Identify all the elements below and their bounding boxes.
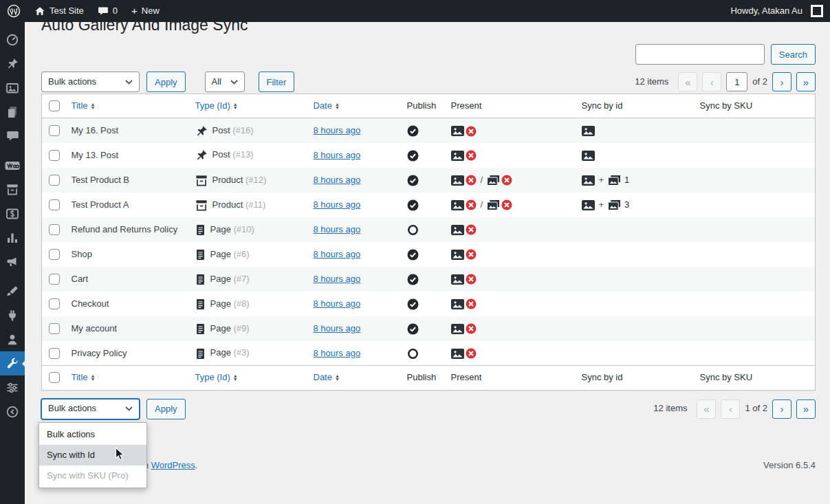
row-type: Page (#9) — [188, 316, 307, 341]
column-header-date[interactable]: Date▲▼ — [314, 371, 340, 384]
site-name-menu[interactable]: Test Site — [28, 0, 91, 22]
sidebar-item-comments[interactable] — [0, 124, 25, 148]
search-button[interactable]: Search — [771, 44, 816, 65]
row-checkbox[interactable] — [49, 224, 60, 235]
sidebar-item-posts[interactable] — [0, 52, 25, 76]
search-input[interactable] — [635, 44, 765, 65]
admin-sidebar — [0, 22, 25, 504]
row-checkbox[interactable] — [49, 323, 60, 334]
column-header-title[interactable]: Title▲▼ — [72, 100, 96, 112]
wordpress-logo-menu[interactable] — [0, 0, 28, 22]
post-icon — [195, 149, 208, 162]
sidebar-item-plugins[interactable] — [0, 303, 25, 327]
date-link[interactable]: 8 hours ago — [314, 274, 361, 284]
select-all-checkbox[interactable] — [49, 372, 60, 383]
sidebar-item-tools[interactable] — [0, 351, 25, 375]
misc-plugin-icon — [6, 405, 19, 419]
sort-arrows-icon: ▲▼ — [233, 102, 238, 110]
sidebar-item-marketing[interactable] — [0, 250, 25, 274]
filter-button[interactable]: Filter — [259, 72, 295, 92]
dropdown-option[interactable]: Bulk actions — [39, 424, 146, 445]
row-checkbox[interactable] — [49, 175, 60, 186]
table-row: Test Product BProduct (#12)8 hours ago/+… — [42, 168, 816, 193]
row-checkbox[interactable] — [49, 125, 60, 136]
sync-image-icon[interactable] — [582, 174, 595, 186]
table-row: CheckoutPage (#8)8 hours ago — [42, 292, 816, 316]
sort-arrows-icon: ▲▼ — [91, 374, 96, 382]
column-header-type[interactable]: Type (Id)▲▼ — [195, 100, 238, 112]
select-all-checkbox[interactable] — [49, 100, 60, 111]
first-page-button: « — [678, 72, 697, 91]
page-icon — [195, 347, 206, 360]
sync-image-icon[interactable] — [582, 199, 595, 211]
row-sync-by-sku — [693, 341, 816, 366]
row-sync-by-id — [575, 118, 693, 143]
current-page-input[interactable] — [726, 72, 747, 91]
comments-count: 0 — [113, 5, 118, 17]
next-page-button[interactable]: › — [772, 399, 791, 419]
filter-type-select[interactable]: All — [205, 72, 245, 92]
sidebar-item-appearance[interactable] — [0, 279, 25, 303]
apply-button-bottom[interactable]: Apply — [146, 399, 186, 419]
row-type: Page (#10) — [188, 217, 307, 242]
row-checkbox[interactable] — [49, 199, 60, 210]
date-link[interactable]: 8 hours ago — [314, 150, 361, 160]
column-header-sync-sku: Sync by SKU — [700, 372, 753, 382]
sidebar-item-products[interactable] — [0, 177, 25, 201]
new-content-menu[interactable]: + New — [124, 0, 166, 22]
row-sync-by-id — [575, 143, 693, 168]
sync-image-icon[interactable] — [582, 124, 595, 137]
account-menu[interactable]: Howdy, Atakan Au — [723, 0, 830, 22]
apply-button[interactable]: Apply — [146, 72, 186, 92]
pagination-bottom: 12 items « ‹ 1 of 2 › » — [653, 399, 816, 419]
sidebar-item-woocommerce[interactable] — [0, 153, 25, 177]
date-link[interactable]: 8 hours ago — [314, 199, 361, 210]
sidebar-item-payments[interactable] — [0, 201, 25, 226]
last-page-button[interactable]: » — [796, 399, 816, 419]
page-icon — [195, 248, 206, 261]
row-checkbox[interactable] — [49, 348, 60, 359]
comments-menu[interactable]: 0 — [91, 0, 124, 22]
products-icon — [6, 184, 19, 195]
date-link[interactable]: 8 hours ago — [314, 175, 361, 185]
dropdown-option: Sync with SKU (Pro) — [39, 465, 146, 486]
row-checkbox[interactable] — [49, 298, 60, 309]
column-header-date[interactable]: Date▲▼ — [314, 100, 340, 112]
column-header-sync-sku: Sync by SKU — [700, 100, 753, 111]
column-header-type[interactable]: Type (Id)▲▼ — [195, 371, 238, 384]
row-present — [444, 143, 575, 168]
table-row: My accountPage (#9)8 hours ago — [42, 316, 816, 341]
last-page-button[interactable]: » — [796, 72, 816, 91]
wordpress-link[interactable]: WordPress — [151, 460, 195, 470]
bulk-actions-select-bottom[interactable]: Bulk actions — [41, 399, 140, 419]
date-link[interactable]: 8 hours ago — [314, 298, 361, 309]
column-header-title[interactable]: Title▲▼ — [72, 371, 96, 384]
sync-gallery-icon[interactable] — [608, 199, 621, 211]
published-check-icon — [407, 150, 419, 160]
row-title: Cart — [65, 267, 188, 292]
dropdown-option[interactable]: Sync with Id — [39, 445, 146, 465]
bulk-actions-dropdown: Bulk actionsSync with IdSync with SKU (P… — [39, 422, 147, 489]
sidebar-item-misc-plugin[interactable] — [0, 399, 25, 424]
date-link[interactable]: 8 hours ago — [314, 249, 361, 259]
row-checkbox[interactable] — [49, 150, 60, 161]
sidebar-item-analytics[interactable] — [0, 226, 25, 250]
featured-image-icon — [451, 223, 464, 236]
row-checkbox[interactable] — [49, 274, 60, 285]
row-checkbox[interactable] — [49, 249, 60, 260]
sidebar-item-dashboard[interactable] — [0, 28, 25, 52]
sidebar-item-users[interactable] — [0, 327, 25, 351]
chevron-down-icon — [125, 80, 133, 85]
date-link[interactable]: 8 hours ago — [314, 224, 361, 234]
row-sync-by-id: +1 — [575, 168, 693, 193]
sidebar-item-settings[interactable] — [0, 375, 25, 399]
date-link[interactable]: 8 hours ago — [314, 323, 361, 333]
next-page-button[interactable]: › — [772, 72, 791, 91]
date-link[interactable]: 8 hours ago — [314, 125, 361, 135]
sidebar-item-media[interactable] — [0, 76, 25, 100]
date-link[interactable]: 8 hours ago — [314, 348, 361, 358]
bulk-actions-select[interactable]: Bulk actions — [41, 72, 140, 92]
sync-image-icon[interactable] — [582, 149, 595, 162]
sidebar-item-pages[interactable] — [0, 100, 25, 124]
sync-gallery-icon[interactable] — [608, 174, 621, 186]
